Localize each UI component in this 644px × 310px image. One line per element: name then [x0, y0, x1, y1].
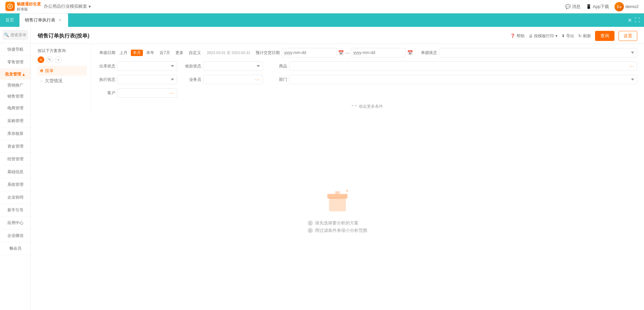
doc-status-field: 单据状态 — [418, 48, 637, 57]
help-button[interactable]: ❓ 帮助 — [510, 33, 525, 39]
scheme-edit-button[interactable]: ✎ — [46, 56, 53, 63]
expected-date-from[interactable] — [282, 48, 337, 57]
filter-row-1: 单据日期 上月 本月 本年 近7天 更多 自定义 2023-03-01 至 20… — [97, 48, 637, 57]
sidebar-item-system[interactable]: 系统管理 — [0, 178, 31, 191]
filter-scheme-panel: 按以下方案查询 + ✎ « ● 按单 ○ 欠货情况 — [38, 44, 91, 113]
scheme-actions: + ✎ « — [38, 56, 87, 63]
date-range-display: 2023-03-01 至 2023-03-31 — [207, 50, 251, 55]
tab-close-icon[interactable]: × — [57, 17, 63, 23]
page-title: 销售订单执行表(按单) — [38, 33, 90, 40]
salesperson-picker-icon[interactable]: ··· — [255, 77, 260, 82]
date-last7[interactable]: 近7天 — [158, 50, 172, 56]
query-button[interactable]: 查询 — [595, 31, 614, 41]
sidebar-item-ecommerce[interactable]: 电商管理 — [0, 102, 31, 115]
export-icon: ⬇ — [561, 34, 565, 38]
logo-area: 畅捷通好生意 标准版 — [5, 2, 41, 12]
out-status-field: 出库状态 — [97, 61, 177, 71]
download-icon: 📱 — [586, 4, 591, 9]
message-button[interactable]: 💬 消息 — [565, 4, 581, 10]
page-header-actions: ❓ 帮助 🖨 按模板打印 ▾ ⬇ 导出 ↻ 刷新 — [510, 31, 637, 41]
refresh-icon: ↻ — [578, 34, 582, 38]
print-icon: 🖨 — [529, 34, 533, 38]
collect-status-select[interactable] — [203, 61, 263, 71]
sidebar-item-sales[interactable]: 销售管理 — [0, 91, 31, 102]
collect-status-field: 收款状态 — [182, 61, 263, 71]
sidebar-item-basic[interactable]: 基础信息 — [0, 166, 31, 178]
order-tab-label: 销售订单执行表 — [25, 17, 55, 23]
content-area: 销售订单执行表(按单) ❓ 帮助 🖨 按模板打印 ▾ ⬇ 导出 — [31, 27, 644, 310]
goods-picker-icon[interactable]: ··· — [629, 63, 634, 69]
avatar: Ea — [614, 2, 624, 11]
expected-date-range: 📅 — 📅 — [282, 48, 413, 57]
sidebar-item-operations[interactable]: 经营管理 — [0, 153, 31, 166]
expand-icon[interactable]: ⛶ — [635, 17, 640, 23]
active-dot: ● — [40, 69, 43, 72]
date-custom[interactable]: 自定义 — [187, 50, 203, 56]
sidebar-item-inventory[interactable]: 库存核算 — [0, 127, 31, 140]
app-selector[interactable]: 办公用品行业模拟账套 ▾ — [44, 3, 91, 9]
customer-picker-icon[interactable]: ··· — [169, 90, 174, 96]
scheme-order-item[interactable]: ● 按单 — [38, 66, 87, 76]
calendar-from-icon[interactable]: 📅 — [338, 50, 344, 55]
sidebar-search: 🔍 搜索菜单 — [0, 27, 31, 43]
tab-order[interactable]: 销售订单执行表 × — [19, 13, 68, 27]
settings-button[interactable]: 设置 — [619, 31, 637, 41]
exec-status-select[interactable] — [117, 75, 177, 84]
date-last-month[interactable]: 上月 — [117, 50, 129, 56]
tab-bar-right: ✕ ⛶ — [628, 17, 644, 23]
doc-status-select[interactable] — [439, 48, 637, 57]
expected-date-to[interactable] — [351, 48, 406, 57]
scheme-collapse-button[interactable]: « — [55, 56, 62, 63]
user-area[interactable]: Ea demo2 — [614, 2, 639, 11]
date-this-month[interactable]: 本月 — [131, 50, 143, 56]
chevron-down-icon: ▾ — [89, 4, 91, 9]
sidebar-item-corpwechat[interactable]: 企业微信 — [0, 229, 31, 242]
tab-home[interactable]: 首页 — [0, 13, 19, 27]
print-chevron-icon: ▾ — [555, 34, 557, 38]
empty-hint-1: 1 请先选择要分析的方案 — [308, 220, 367, 226]
sidebar-section-wholesale[interactable]: 批发管理 ▲ — [0, 69, 31, 80]
tab-bar: 首页 销售订单执行表 × ✕ ⛶ — [0, 13, 644, 27]
svg-text:✦: ✦ — [327, 193, 330, 197]
header-left: 畅捷通好生意 标准版 办公用品行业模拟账套 ▾ — [5, 2, 91, 12]
search-icon: 🔍 — [4, 33, 9, 37]
scheme-icon: ○ — [40, 79, 43, 84]
out-status-select[interactable] — [117, 61, 177, 71]
calendar-to-icon[interactable]: 📅 — [407, 50, 413, 55]
sidebar-item-cooperation[interactable]: 企业协同 — [0, 191, 31, 204]
export-button[interactable]: ⬇ 导出 — [561, 33, 574, 39]
sidebar-item-purchase[interactable]: 采购管理 — [0, 115, 31, 127]
scheme-debt-item[interactable]: ○ 欠货情况 — [38, 76, 87, 86]
search-menu-button[interactable]: 🔍 搜索菜单 — [3, 30, 28, 40]
sidebar-item-quick[interactable]: 快捷导航 — [0, 43, 31, 56]
print-button[interactable]: 🖨 按模板打印 ▾ — [529, 33, 557, 39]
salesperson-field: 业务员 ··· — [182, 75, 263, 84]
expected-date-field: 预计交货日期 📅 — 📅 — [256, 48, 413, 57]
filter-panel: 按以下方案查询 + ✎ « ● 按单 ○ 欠货情况 — [31, 44, 644, 113]
scheme-add-button[interactable]: + — [38, 56, 44, 63]
goods-field: 商品 ··· — [268, 61, 637, 71]
logo-text: 畅捷通好生意 标准版 — [17, 2, 41, 12]
collapse-button[interactable]: ⌃⌃ 收起更多条件 — [97, 102, 637, 113]
collapse-icon: ⌃⌃ — [351, 104, 358, 109]
refresh-button[interactable]: ↻ 刷新 — [578, 33, 591, 39]
sidebar-item-label: 快捷导航 — [1, 47, 29, 52]
sidebar-item-marketing[interactable]: 营销推广 — [0, 80, 31, 91]
department-select[interactable] — [289, 75, 637, 84]
empty-hint-2: 2 用过滤条件来缩小分析范围 — [308, 227, 367, 234]
customer-field: 客户 ··· — [97, 88, 177, 98]
scheme-title: 按以下方案查询 — [38, 48, 87, 54]
filter-layout: 按以下方案查询 + ✎ « ● 按单 ○ 欠货情况 — [38, 44, 637, 113]
sidebar-item-retail[interactable]: 零售管理 — [0, 56, 31, 69]
close-window-icon[interactable]: ✕ — [628, 17, 632, 23]
empty-hints: 1 请先选择要分析的方案 2 用过滤条件来缩小分析范围 — [308, 220, 367, 235]
expand-section-icon: ▲ — [22, 72, 26, 77]
sidebar-item-newguide[interactable]: 新手引导 — [0, 204, 31, 217]
date-this-year[interactable]: 本年 — [144, 50, 156, 56]
sidebar-item-appcenter[interactable]: 应用中心 — [0, 217, 31, 229]
page-title-row: 销售订单执行表(按单) ❓ 帮助 🖨 按模板打印 ▾ ⬇ 导出 — [38, 31, 637, 41]
app-download-button[interactable]: 📱 App下载 — [586, 4, 609, 10]
sidebar-item-finance[interactable]: 资金管理 — [0, 140, 31, 153]
date-more[interactable]: 更多 — [173, 50, 185, 56]
sidebar-item-member[interactable]: 畅会员 — [0, 242, 31, 255]
